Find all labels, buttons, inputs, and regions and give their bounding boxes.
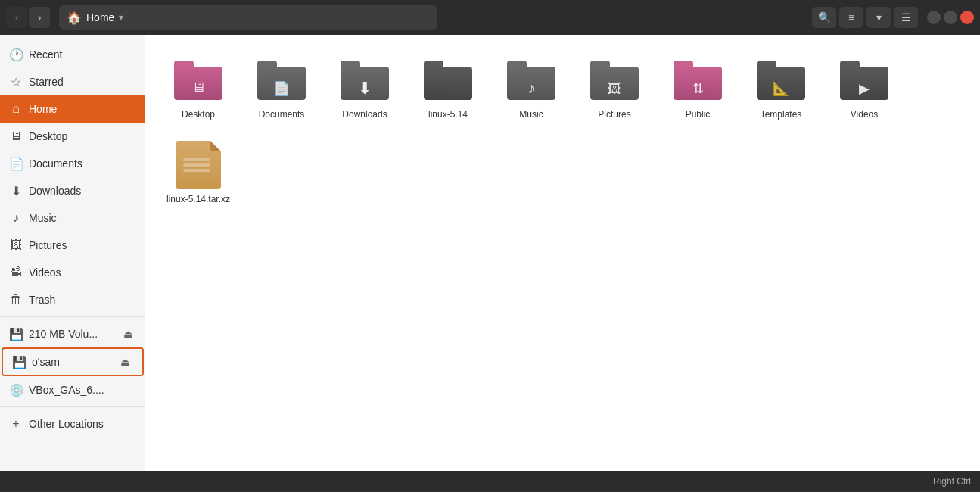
- sidebar-item-music[interactable]: ♪ Music: [0, 204, 145, 232]
- videos-icon: 📽: [9, 266, 23, 279]
- sidebar-label-downloads: Downloads: [29, 185, 136, 197]
- titlebar-actions: 🔍 ≡ ▾ ☰: [812, 7, 918, 28]
- file-item-archive[interactable]: linux-5.14.tar.xz: [160, 135, 236, 212]
- location-text: Home: [86, 11, 114, 23]
- folder-shape-documents: 📄: [257, 61, 306, 100]
- statusbar-text: Right Ctrl: [933, 476, 971, 487]
- sort-button[interactable]: ▾: [866, 7, 891, 28]
- sidebar-item-other-locations[interactable]: + Other Locations: [0, 410, 145, 438]
- sidebar-item-home[interactable]: ⌂ Home: [0, 95, 145, 123]
- downloads-folder-icon: ⬇: [341, 56, 389, 104]
- folder-shape-music: ♪: [507, 61, 555, 100]
- pictures-icon: 🖼: [9, 238, 23, 252]
- main-layout: 🕐 Recent ☆ Starred ⌂ Home 🖥 Desktop 📄 Do…: [0, 35, 980, 471]
- volume-icon: 💾: [9, 327, 23, 341]
- documents-icon: 📄: [9, 157, 23, 171]
- folder-shape-public: ⇅: [674, 61, 722, 100]
- search-button[interactable]: 🔍: [812, 7, 836, 28]
- archive-file-icon: [174, 141, 222, 189]
- sidebar-item-pictures[interactable]: 🖼 Pictures: [0, 232, 145, 259]
- linux514-folder-icon: [424, 56, 472, 104]
- back-button[interactable]: ‹: [6, 7, 27, 28]
- forward-button[interactable]: ›: [29, 7, 50, 28]
- folder-shape-linux514: [424, 61, 472, 100]
- file-label-pictures: Pictures: [598, 109, 630, 121]
- file-label-templates: Templates: [761, 109, 802, 121]
- file-label-music: Music: [519, 109, 543, 121]
- desktop-icon: 🖥: [9, 129, 23, 143]
- file-area: 🖥 Desktop 📄 Documents: [145, 35, 980, 471]
- file-item-templates[interactable]: 📐 Templates: [743, 50, 819, 127]
- templates-folder-icon: 📐: [757, 56, 805, 104]
- file-label-desktop: Desktop: [182, 109, 215, 121]
- music-icon: ♪: [9, 211, 23, 225]
- file-item-downloads[interactable]: ⬇ Downloads: [327, 50, 403, 127]
- archive-stripe-3: [183, 169, 210, 172]
- statusbar: Right Ctrl: [0, 471, 980, 492]
- file-label-archive: linux-5.14.tar.xz: [166, 194, 230, 206]
- videos-folder-icon: ▶: [840, 56, 888, 104]
- sidebar-label-vboxgas: VBox_GAs_6....: [29, 384, 136, 396]
- archive-stripe-1: [183, 158, 210, 161]
- folder-shape-videos: ▶: [840, 61, 888, 100]
- sidebar-item-downloads[interactable]: ⬇ Downloads: [0, 177, 145, 204]
- file-item-public[interactable]: ⇅ Public: [660, 50, 736, 127]
- nav-buttons: ‹ ›: [6, 7, 50, 28]
- sidebar-item-osam[interactable]: 💾 o'sam ⏏: [2, 347, 144, 376]
- close-button[interactable]: ✕: [960, 11, 974, 24]
- folder-shape-templates: 📐: [757, 61, 805, 100]
- public-folder-icon: ⇅: [674, 56, 722, 104]
- file-item-pictures[interactable]: 🖼 Pictures: [577, 50, 652, 127]
- file-item-linux514[interactable]: linux-5.14: [410, 50, 486, 127]
- star-icon: ☆: [9, 75, 23, 89]
- sidebar-label-desktop: Desktop: [29, 130, 136, 142]
- sidebar-item-trash[interactable]: 🗑 Trash: [0, 286, 145, 313]
- window-controls: – □ ✕: [927, 11, 974, 24]
- file-grid: 🖥 Desktop 📄 Documents: [160, 50, 965, 211]
- sidebar-label-home: Home: [29, 103, 136, 115]
- downloads-icon: ⬇: [9, 184, 23, 198]
- sidebar-item-vboxgas[interactable]: 💿 VBox_GAs_6....: [0, 376, 145, 403]
- music-folder-icon: ♪: [507, 56, 555, 104]
- archive-stripes: [183, 158, 210, 172]
- eject-osam-button[interactable]: ⏏: [117, 353, 133, 370]
- sidebar: 🕐 Recent ☆ Starred ⌂ Home 🖥 Desktop 📄 Do…: [0, 35, 145, 471]
- osam-volume-icon: 💾: [12, 355, 26, 369]
- home-sidebar-icon: ⌂: [9, 102, 23, 116]
- menu-button[interactable]: ☰: [894, 7, 918, 28]
- file-label-videos: Videos: [851, 109, 878, 121]
- file-item-documents[interactable]: 📄 Documents: [244, 50, 319, 127]
- maximize-button[interactable]: □: [944, 11, 957, 24]
- file-label-linux514: linux-5.14: [428, 109, 468, 121]
- archive-shape: [176, 141, 221, 189]
- sidebar-item-vol210[interactable]: 💾 210 MB Volu... ⏏: [0, 320, 145, 347]
- sidebar-item-videos[interactable]: 📽 Videos: [0, 259, 145, 286]
- sidebar-label-trash: Trash: [29, 294, 136, 306]
- home-icon: 🏠: [67, 11, 82, 25]
- location-bar[interactable]: 🏠 Home ▾: [59, 5, 437, 30]
- sort-icon: ▾: [876, 11, 882, 23]
- folder-shape-desktop: 🖥: [174, 61, 222, 100]
- list-view-icon: ≡: [848, 11, 854, 23]
- trash-icon: 🗑: [9, 293, 23, 307]
- minimize-button[interactable]: –: [927, 11, 941, 24]
- file-label-documents: Documents: [259, 109, 305, 121]
- sidebar-label-music: Music: [29, 212, 136, 224]
- sidebar-item-recent[interactable]: 🕐 Recent: [0, 41, 145, 68]
- file-item-desktop[interactable]: 🖥 Desktop: [160, 50, 236, 127]
- eject-vol210-button[interactable]: ⏏: [120, 325, 136, 342]
- archive-stripe-2: [183, 163, 210, 167]
- view-toggle-button[interactable]: ≡: [839, 7, 863, 28]
- file-item-music[interactable]: ♪ Music: [493, 50, 569, 127]
- sidebar-item-starred[interactable]: ☆ Starred: [0, 68, 145, 95]
- sidebar-item-desktop[interactable]: 🖥 Desktop: [0, 123, 145, 150]
- chevron-down-icon: ▾: [119, 12, 123, 23]
- file-item-videos[interactable]: ▶ Videos: [826, 50, 902, 127]
- file-label-public: Public: [686, 109, 711, 121]
- file-label-downloads: Downloads: [342, 109, 387, 121]
- sidebar-item-documents[interactable]: 📄 Documents: [0, 150, 145, 177]
- sidebar-label-recent: Recent: [29, 48, 136, 61]
- sidebar-label-pictures: Pictures: [29, 239, 136, 251]
- vboxgas-icon: 💿: [9, 383, 23, 397]
- sidebar-divider-1: [0, 316, 145, 317]
